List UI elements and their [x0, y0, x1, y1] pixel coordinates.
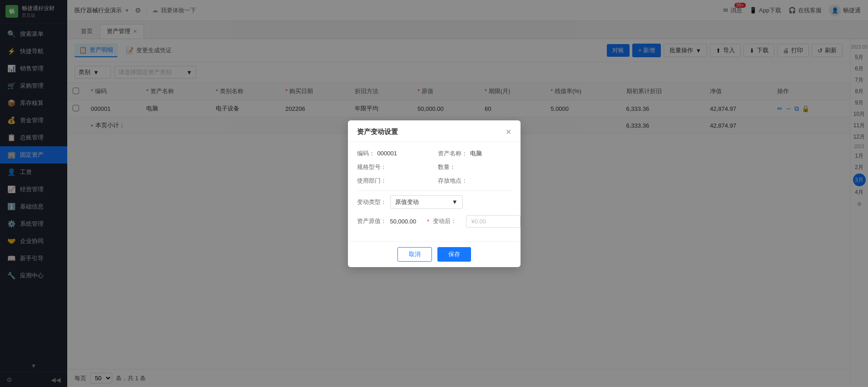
asset-change-dialog: 资产变动设置 ✕ 编码： 000001 资产名称： 电脑 规格型号： [348, 120, 521, 267]
dialog-title: 资产变动设置 [357, 128, 398, 136]
change-type-value: 原值变动 [395, 198, 419, 206]
required-star: * [427, 218, 429, 225]
dialog-row-dept-storage: 使用部门： 存放地点： [357, 177, 511, 185]
asset-value: 50,000.00 [390, 218, 417, 225]
dialog-field-storage: 存放地点： [438, 177, 511, 185]
quantity-label: 数量： [438, 163, 456, 171]
code-value: 000001 [377, 150, 397, 157]
department-label: 使用部门： [357, 177, 387, 185]
dialog-field-code: 编码： 000001 [357, 149, 431, 158]
dialog-field-asset-name: 资产名称： 电脑 [438, 149, 511, 158]
asset-name-label: 资产名称： [438, 149, 467, 158]
dialog-divider [357, 190, 511, 191]
cancel-button[interactable]: 取消 [397, 247, 432, 262]
dialog-field-spec: 规格型号： [357, 163, 431, 171]
dialog-close-icon[interactable]: ✕ [506, 128, 511, 136]
spec-label: 规格型号： [357, 163, 387, 171]
change-type-chevron-icon: ▼ [452, 198, 458, 205]
after-change-label: 变动后： [433, 217, 462, 225]
dialog-body: 编码： 000001 资产名称： 电脑 规格型号： 数量： [348, 142, 521, 241]
change-type-select[interactable]: 原值变动 ▼ [390, 195, 463, 209]
dialog-field-quantity: 数量： [438, 163, 511, 171]
save-button[interactable]: 保存 [437, 247, 471, 262]
code-label: 编码： [357, 149, 375, 158]
dialog-row-values: 资产原值： 50,000.00 * 变动后： [357, 215, 511, 228]
dialog-row-code-name: 编码： 000001 资产名称： 电脑 [357, 149, 511, 158]
storage-label: 存放地点： [438, 177, 467, 185]
dialog-row-change-type: 变动类型： 原值变动 ▼ [357, 195, 511, 209]
dialog-overlay: 资产变动设置 ✕ 编码： 000001 资产名称： 电脑 规格型号： [0, 0, 868, 387]
change-type-label: 变动类型： [357, 198, 387, 206]
dialog-field-department: 使用部门： [357, 177, 431, 185]
dialog-header: 资产变动设置 ✕ [348, 120, 521, 142]
asset-name-value: 电脑 [470, 149, 482, 158]
dialog-row-spec-qty: 规格型号： 数量： [357, 163, 511, 171]
asset-value-label: 资产原值： [357, 217, 387, 225]
after-change-input[interactable] [466, 215, 521, 228]
dialog-footer: 取消 保存 [348, 241, 521, 267]
